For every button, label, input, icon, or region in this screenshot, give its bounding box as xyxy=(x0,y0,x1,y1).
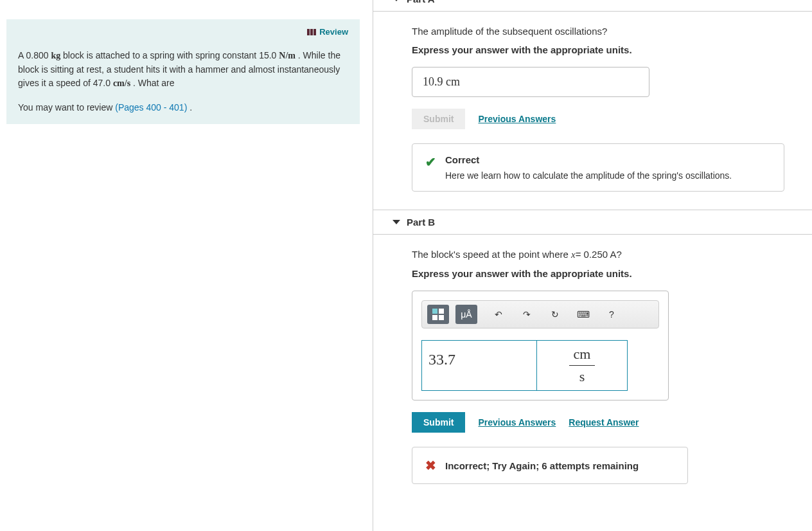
x-icon: ✖ xyxy=(425,458,436,473)
pages-link[interactable]: (Pages 400 - 401) xyxy=(115,102,187,113)
answer-input-row: 33.7 cm s xyxy=(421,340,659,391)
problem-box: Review A 0.800 kg block is attached to a… xyxy=(6,19,360,124)
submit-button[interactable]: Submit xyxy=(412,412,465,433)
problem-panel: Review A 0.800 kg block is attached to a… xyxy=(0,0,373,531)
review-label: Review xyxy=(319,27,348,37)
part-b-header[interactable]: Part B xyxy=(373,210,812,235)
previous-answers-link[interactable]: Previous Answers xyxy=(478,114,556,124)
request-answer-link[interactable]: Request Answer xyxy=(569,417,639,428)
part-a-title: Part A xyxy=(407,0,435,4)
submit-button-disabled: Submit xyxy=(412,109,465,129)
part-a-answer: 10.9 cm xyxy=(412,67,649,97)
answer-panel: Part A The amplitude of the subsequent o… xyxy=(373,0,812,531)
undo-button[interactable]: ↶ xyxy=(488,305,509,324)
check-icon: ✔ xyxy=(425,154,436,181)
part-b-feedback: ✖ Incorrect; Try Again; 6 attempts remai… xyxy=(412,447,688,484)
value-input[interactable]: 33.7 xyxy=(421,340,537,391)
problem-text: A 0.800 kg block is attached to a spring… xyxy=(18,49,348,91)
units-button[interactable]: μÅ xyxy=(455,305,477,324)
chevron-down-icon xyxy=(393,0,400,1)
answer-editor: μÅ ↶ ↷ ↻ ⌨ ? 33.7 cm s xyxy=(412,291,669,401)
chevron-down-icon xyxy=(393,220,400,224)
feedback-text: Here we learn how to calculate the ampli… xyxy=(445,170,771,181)
hint-line: You may want to review (Pages 400 - 401)… xyxy=(18,102,348,113)
unit-denominator: s xyxy=(579,368,585,385)
reset-button[interactable]: ↻ xyxy=(544,305,566,324)
previous-answers-link[interactable]: Previous Answers xyxy=(478,417,556,428)
part-a-instruction: Express your answer with the appropriate… xyxy=(412,44,793,55)
redo-button[interactable]: ↷ xyxy=(516,305,538,324)
part-b-title: Part B xyxy=(407,217,435,228)
part-b-body: The block's speed at the point where x= … xyxy=(373,235,812,502)
part-a-actions: Submit Previous Answers xyxy=(412,109,793,129)
part-a-feedback: ✔ Correct Here we learn how to calculate… xyxy=(412,143,784,192)
templates-button[interactable] xyxy=(427,305,449,324)
unit-input[interactable]: cm s xyxy=(537,340,628,391)
feedback-title: Correct xyxy=(445,154,771,165)
part-b-question: The block's speed at the point where x= … xyxy=(412,249,793,260)
templates-icon xyxy=(432,309,444,320)
help-button[interactable]: ? xyxy=(601,305,622,324)
part-a-header[interactable]: Part A xyxy=(373,0,812,12)
part-a-question: The amplitude of the subsequent oscillat… xyxy=(412,26,793,37)
editor-toolbar: μÅ ↶ ↷ ↻ ⌨ ? xyxy=(421,300,659,328)
incorrect-text: Incorrect; Try Again; 6 attempts remaini… xyxy=(445,460,639,471)
part-b-actions: Submit Previous Answers Request Answer xyxy=(412,412,793,433)
book-icon xyxy=(307,29,316,35)
part-b-instruction: Express your answer with the appropriate… xyxy=(412,268,793,279)
fraction-line xyxy=(569,365,595,366)
unit-numerator: cm xyxy=(574,346,591,363)
review-link[interactable]: Review xyxy=(307,27,348,37)
keyboard-button[interactable]: ⌨ xyxy=(572,305,594,324)
part-a-body: The amplitude of the subsequent oscillat… xyxy=(373,12,812,210)
